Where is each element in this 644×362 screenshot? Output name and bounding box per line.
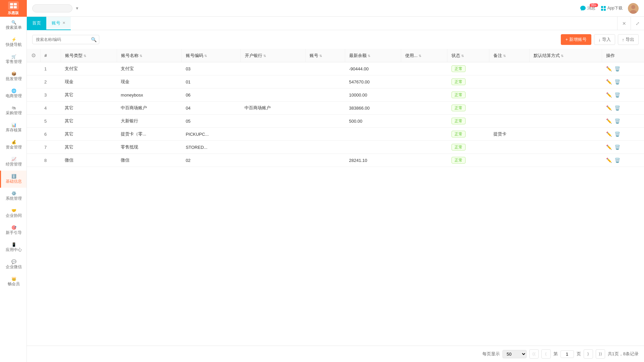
sidebar-item-quick-nav[interactable]: ⚡ 快捷导航 — [0, 34, 26, 51]
delete-button[interactable]: 🗑️ — [614, 118, 620, 124]
search-wrap: 🔍 — [32, 35, 99, 44]
sidebar-item-inventory[interactable]: 📊 库存核算 — [0, 119, 26, 136]
sidebar-item-wholesale-mgmt[interactable]: 📦 批发管理 — [0, 68, 26, 85]
export-button[interactable]: ↑ 导出 — [618, 34, 639, 45]
search-menu-icon: 🔍 — [2, 20, 25, 25]
header-search-input[interactable] — [32, 4, 72, 12]
delete-button[interactable]: 🗑️ — [614, 79, 620, 84]
import-label: 导入 — [602, 37, 611, 43]
th-actions: 操作 — [602, 49, 644, 62]
delete-button[interactable]: 🗑️ — [614, 144, 620, 150]
sidebar-item-operations-mgmt[interactable]: 📈 经营管理 — [0, 154, 26, 171]
th-settings[interactable]: ⚙ — [27, 49, 40, 62]
cell-code: 02 — [182, 154, 241, 167]
vip-icon: 👑 — [2, 277, 25, 281]
sidebar-item-finance-mgmt[interactable]: 💰 资金管理 — [0, 136, 26, 154]
cell-num: 2 — [40, 75, 61, 88]
dropdown-arrow-icon[interactable]: ▼ — [75, 6, 79, 11]
th-default-payment[interactable]: 默认结算方式⇅ — [529, 49, 602, 62]
sidebar-item-basic-info[interactable]: ℹ️ 基础信息 — [0, 171, 26, 188]
sidebar-item-system-mgmt[interactable]: ⚙️ 系统管理 — [0, 188, 26, 205]
cell-balance — [345, 141, 401, 154]
retail-icon: 🛒 — [2, 54, 25, 59]
last-page-button[interactable]: ⟩⟩ — [596, 349, 605, 359]
cell-code: STORED... — [182, 141, 241, 154]
sidebar-item-vip-member[interactable]: 👑 畅会员 — [0, 273, 26, 290]
cell-balance: 547670.00 — [345, 75, 401, 88]
status-badge: 正常 — [451, 92, 466, 98]
pagination: 每页显示 50 10 20 100 ⟨⟨ ⟨ 第 页 ⟩ ⟩⟩ 共1页，8条记录 — [27, 346, 644, 362]
th-name[interactable]: 账号名称⇅ — [117, 49, 182, 62]
cell-balance: 10000.00 — [345, 88, 401, 102]
sidebar-item-retail-mgmt[interactable]: 🛒 零售管理 — [0, 51, 26, 68]
import-button[interactable]: ↓ 导入 — [594, 34, 615, 45]
next-page-button[interactable]: ⟩ — [584, 349, 593, 359]
cell-balance — [345, 128, 401, 141]
sidebar-item-search-menu[interactable]: 🔍 搜索菜单 — [0, 17, 26, 34]
sidebar-item-label: 畅会员 — [2, 281, 25, 287]
sidebar-item-purchase-mgmt[interactable]: 🛍 采购管理 — [0, 102, 26, 119]
cell-status: 正常 — [447, 102, 489, 115]
th-status[interactable]: 状态⇅ — [447, 49, 489, 62]
sidebar: 乐惠版 🔍 搜索菜单 ⚡ 快捷导航 🛒 零售管理 📦 批发管理 🌐 电商管理 🛍… — [0, 0, 27, 362]
table-row: 5 其它 大新银行 05 500.00 正常 ✏️ 🗑️ — [27, 115, 644, 128]
sidebar-item-label: 库存核算 — [2, 127, 25, 133]
settings-icon[interactable]: ⚙ — [31, 53, 36, 58]
cell-usage — [401, 115, 447, 128]
edit-button[interactable]: ✏️ — [606, 131, 612, 137]
sidebar-item-newcomer-guide[interactable]: 🎯 新手引导 — [0, 222, 26, 239]
tab-home[interactable]: 首页 — [27, 17, 46, 30]
table-search-input[interactable] — [32, 35, 99, 44]
delete-button[interactable]: 🗑️ — [614, 92, 620, 98]
cell-num: 4 — [40, 102, 61, 115]
edit-button[interactable]: ✏️ — [606, 105, 612, 111]
tab-close-action[interactable]: ✕ — [617, 17, 631, 30]
th-usage[interactable]: 使用...⇅ — [401, 49, 447, 62]
sidebar-item-label: 企业微信 — [2, 264, 25, 270]
add-account-button[interactable]: + 新增账号 — [561, 34, 591, 45]
edit-button[interactable]: ✏️ — [606, 158, 612, 163]
sidebar-item-app-center[interactable]: 📱 应用中心 — [0, 239, 26, 256]
sidebar-item-enterprise-wechat[interactable]: 💬 企业微信 — [0, 256, 26, 273]
import-icon: ↓ — [598, 37, 601, 42]
th-code[interactable]: 账号编码⇅ — [182, 49, 241, 62]
avatar[interactable] — [628, 3, 639, 14]
th-bank[interactable]: 开户银行⇅ — [240, 49, 306, 62]
th-balance[interactable]: 最新余额⇅ — [345, 49, 401, 62]
cell-bank — [240, 115, 306, 128]
sidebar-item-ecommerce-mgmt[interactable]: 🌐 电商管理 — [0, 85, 26, 102]
edit-button[interactable]: ✏️ — [606, 92, 612, 98]
sidebar-item-label: 新手引导 — [2, 230, 25, 236]
th-account[interactable]: 账号⇅ — [306, 49, 345, 62]
toolbar: 🔍 + 新增账号 ↓ 导入 ↑ 导出 — [27, 30, 644, 49]
edit-button[interactable]: ✏️ — [606, 66, 612, 71]
status-badge: 正常 — [451, 144, 466, 150]
page-label: 第 — [553, 351, 558, 357]
sidebar-item-enterprise-agreement[interactable]: 🤝 企业协同 — [0, 205, 26, 222]
first-page-button[interactable]: ⟨⟨ — [529, 349, 539, 359]
sidebar-item-label: 资金管理 — [2, 144, 25, 150]
th-type[interactable]: 账号类型⇅ — [61, 49, 117, 62]
accounts-table-wrap: ⚙ # 账号类型⇅ 账号名称⇅ 账号编码⇅ 开户银行⇅ 账号⇅ 最新余额⇅ 使用… — [27, 49, 644, 346]
accounts-table: ⚙ # 账号类型⇅ 账号名称⇅ 账号编码⇅ 开户银行⇅ 账号⇅ 最新余额⇅ 使用… — [27, 49, 644, 167]
app-download-button[interactable]: App下载 — [601, 5, 623, 11]
page-size-select[interactable]: 50 10 20 100 — [502, 350, 527, 358]
cell-settings — [27, 154, 40, 167]
cell-account — [306, 88, 345, 102]
edit-button[interactable]: ✏️ — [606, 79, 612, 84]
tab-expand-action[interactable]: ⤢ — [631, 17, 644, 30]
delete-button[interactable]: 🗑️ — [614, 66, 620, 71]
edit-button[interactable]: ✏️ — [606, 144, 612, 150]
edit-button[interactable]: ✏️ — [606, 118, 612, 124]
delete-button[interactable]: 🗑️ — [614, 105, 620, 111]
prev-page-button[interactable]: ⟨ — [541, 349, 551, 359]
cell-account — [306, 128, 345, 141]
delete-button[interactable]: 🗑️ — [614, 131, 620, 137]
delete-button[interactable]: 🗑️ — [614, 158, 620, 163]
messages-button[interactable]: 消息 99+ — [580, 5, 595, 11]
page-number-input[interactable] — [560, 350, 574, 358]
th-remark[interactable]: 备注⇅ — [489, 49, 530, 62]
svg-rect-6 — [601, 9, 603, 11]
tab-close-icon[interactable]: ✕ — [62, 21, 65, 25]
tab-accounts[interactable]: 账号 ✕ — [46, 17, 71, 30]
